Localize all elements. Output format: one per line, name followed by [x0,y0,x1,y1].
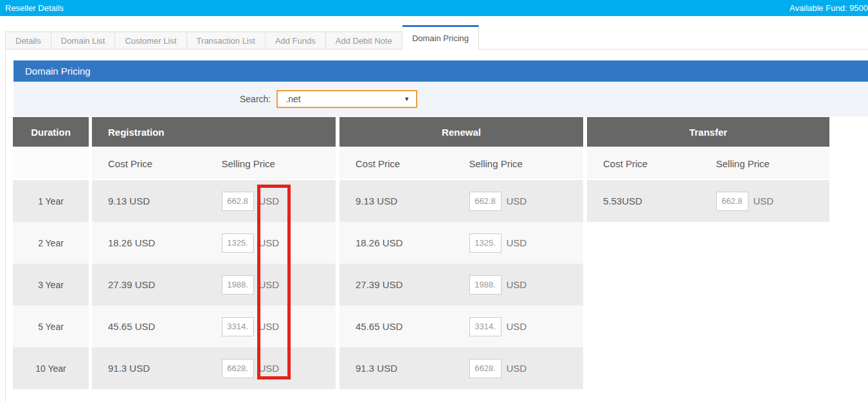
duration-column: Duration 1 Year 2 Year 3 Year 5 Year 10 … [13,117,89,389]
renewal-subheader: Cost Price Selling Price [339,148,583,180]
transfer-column: Transfer Cost Price Selling Price 5.53US… [587,117,829,222]
currency-label: USD [259,279,280,290]
selling-price-input[interactable] [222,233,254,253]
duration-cell: 3 Year [13,264,89,306]
table-row: 5.53USD USD [587,180,829,222]
selling-price-header: Selling Price [462,148,584,179]
search-select[interactable]: .net ▼ [276,90,417,108]
cost-price-header: Cost Price [92,148,214,179]
tab-domain-pricing[interactable]: Domain Pricing [402,25,479,50]
table-row: 45.65 USD USD [92,306,336,347]
domain-pricing-table: Duration 1 Year 2 Year 3 Year 5 Year 10 … [13,117,829,389]
table-row: 91.3 USD USD [92,347,336,389]
currency-label: USD [754,196,774,206]
transfer-subheader: Cost Price Selling Price [587,148,829,180]
duration-cell: 10 Year [13,347,89,389]
cost-price-value: 45.65 USD [339,306,462,347]
duration-cell: 5 Year [13,306,89,347]
currency-label: USD [507,237,527,248]
tab-transaction-list[interactable]: Transaction List [187,32,266,50]
table-row: 9.13 USD USD [339,180,583,222]
cost-price-value: 18.26 USD [339,222,462,264]
registration-header: Registration [92,117,336,148]
cost-price-value: 45.65 USD [92,306,214,347]
panel-header: Domain Pricing [14,60,868,82]
cost-price-value: 27.39 USD [339,264,462,306]
selling-price-header: Selling Price [709,148,830,179]
renewal-column: Renewal Cost Price Selling Price 9.13 US… [339,117,583,389]
available-fund-label: Available Fund: 9500 [790,3,868,13]
cost-price-value: 5.53USD [587,180,709,222]
duration-cell: 1 Year [13,180,89,222]
tab-details[interactable]: Details [5,32,51,50]
registration-subheader: Cost Price Selling Price [92,148,336,180]
selling-price-input[interactable] [222,359,254,378]
table-row: 18.26 USD USD [339,222,583,264]
currency-label: USD [507,279,527,290]
table-row: 27.39 USD USD [92,264,336,306]
table-row: 91.3 USD USD [339,347,583,389]
tab-customer-list[interactable]: Customer List [115,32,186,50]
duration-header: Duration [13,117,89,148]
renewal-header: Renewal [339,117,583,148]
currency-label: USD [259,237,280,248]
panel-header-title: Domain Pricing [25,66,91,77]
cost-price-value: 18.26 USD [92,222,214,264]
selling-price-input[interactable] [222,275,254,295]
duration-cell: 2 Year [13,222,89,264]
selling-price-input[interactable] [469,192,502,211]
topbar: Reseller Details Available Fund: 9500 [0,0,868,16]
tab-add-debit-note[interactable]: Add Debit Note [326,32,402,50]
selling-price-input[interactable] [469,233,502,253]
selling-price-input[interactable] [716,192,748,211]
currency-label: USD [507,363,527,374]
search-band: Search: .net ▼ [14,82,868,116]
cost-price-value: 27.39 USD [92,264,214,306]
search-select-value: .net [285,94,300,104]
table-row: 45.65 USD USD [339,306,583,347]
cost-price-value: 91.3 USD [92,347,214,389]
tab-domain-list[interactable]: Domain List [51,32,116,50]
tab-bar: Details Domain List Customer List Transa… [5,25,479,50]
cost-price-value: 9.13 USD [339,180,462,222]
tab-add-funds[interactable]: Add Funds [266,32,326,50]
selling-price-header: Selling Price [214,148,336,179]
currency-label: USD [259,363,280,374]
selling-price-input[interactable] [222,317,254,336]
selling-price-input[interactable] [469,317,502,336]
transfer-header: Transfer [587,117,829,148]
currency-label: USD [259,196,280,206]
selling-price-input[interactable] [469,359,502,378]
table-row: 27.39 USD USD [339,264,583,306]
search-label: Search: [240,94,271,104]
table-row: 18.26 USD USD [92,222,336,264]
duration-subheader-blank [13,148,89,180]
selling-price-input[interactable] [222,192,254,211]
currency-label: USD [507,196,527,206]
cost-price-value: 91.3 USD [339,347,462,389]
currency-label: USD [259,321,280,332]
cost-price-value: 9.13 USD [92,180,214,222]
cost-price-header: Cost Price [587,148,709,179]
currency-label: USD [507,321,527,332]
selling-price-input[interactable] [469,275,502,295]
page-title: Reseller Details [5,3,64,13]
chevron-down-icon: ▼ [404,96,410,102]
cost-price-header: Cost Price [339,148,462,179]
registration-column: Registration Cost Price Selling Price 9.… [92,117,336,389]
table-row: 9.13 USD USD [92,180,336,222]
